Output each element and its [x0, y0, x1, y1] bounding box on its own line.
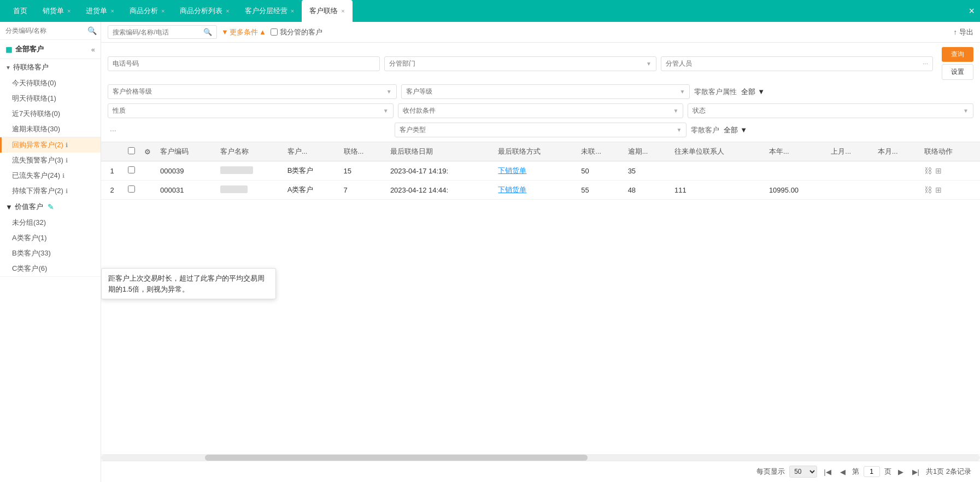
col-header-this-year: 本年...: [765, 142, 826, 161]
per-page-label: 每页显示: [756, 467, 785, 477]
action-link-icon-2[interactable]: ⛓: [924, 185, 932, 194]
row-check-2[interactable]: [123, 181, 139, 200]
price-level-filter[interactable]: 客户价格等级 ▼: [108, 84, 397, 99]
setting-button[interactable]: 设置: [942, 64, 973, 80]
overdue-2: 48: [624, 181, 670, 200]
sidebar-item-ungrouped[interactable]: 未分组(32): [0, 215, 101, 230]
sidebar-item-tomorrow[interactable]: 明天待联络(1): [0, 91, 101, 106]
sidebar-search-input[interactable]: [5, 27, 87, 34]
sidebar-item-declining[interactable]: 持续下滑客户(2) ℹ: [0, 183, 101, 199]
sidebar-item-class-a[interactable]: A类客户(1): [0, 230, 101, 246]
my-customer-checkbox[interactable]: [271, 28, 278, 36]
info-icon-declining: ℹ: [66, 188, 68, 195]
sidebar-item-repurchase-abnormal[interactable]: 回购异常客户(2) ℹ: [0, 137, 101, 153]
sidebar-search-box[interactable]: 🔍: [0, 22, 101, 40]
sidebar-item-churned[interactable]: 已流失客户(24) ℹ: [0, 168, 101, 183]
sidebar-pending-title[interactable]: ▼ 待联络客户: [0, 59, 101, 76]
contact-method-link-2[interactable]: 下销货单: [498, 185, 526, 194]
query-button[interactable]: 查询: [942, 47, 973, 62]
customer-type-1: B类客户: [283, 161, 339, 181]
nav-product-analysis-list[interactable]: 商品分析列表 ×: [172, 0, 237, 22]
prev-page-button[interactable]: ◀: [838, 468, 848, 476]
close-customer-contact-icon[interactable]: ×: [341, 8, 344, 14]
nav-purchase-order[interactable]: 进货单 ×: [78, 0, 121, 22]
col-header-check: [123, 142, 139, 161]
select-all-checkbox[interactable]: [128, 147, 135, 154]
nav-product-analysis[interactable]: 商品分析 ×: [122, 0, 172, 22]
sidebar-value-title[interactable]: ▼ 价值客户 ✎: [0, 199, 101, 215]
payment-dropdown-icon: ▼: [673, 108, 678, 114]
close-product-analysis-icon[interactable]: ×: [161, 8, 165, 14]
sidebar: 🔍 ▦ 全部客户 « ▼ 待联络客户 今天待联络(0) 明天待联络(1) 近7天…: [0, 22, 101, 482]
page-number-input[interactable]: [864, 466, 880, 477]
retail-attribute-filter: 零散客户属性 全部 ▼: [694, 87, 973, 97]
more-dots-button[interactable]: ···: [110, 126, 116, 135]
per-page-select[interactable]: 50 100 200: [789, 466, 817, 478]
overdue-1: 35: [624, 161, 670, 181]
window-close-button[interactable]: ×: [969, 5, 975, 17]
row-check-1[interactable]: [123, 161, 139, 181]
action-grid-icon-1[interactable]: ⊞: [935, 166, 942, 175]
person-more-icon: ···: [923, 60, 928, 67]
retail-customer-dropdown-icon: ▼: [740, 126, 747, 134]
page-label: 第: [852, 467, 859, 477]
this-month-2: [873, 181, 920, 200]
payment-filter[interactable]: 收付款条件 ▼: [398, 103, 684, 118]
customer-name-1: [216, 161, 283, 181]
filter-bar: 🔍 ▼ 更多条件 ▲ 我分管的客户 ↑ 导出: [101, 22, 980, 43]
sidebar-item-7days[interactable]: 近7天待联络(0): [0, 106, 101, 121]
close-customer-segmentation-icon[interactable]: ×: [291, 8, 294, 14]
nature-filter[interactable]: 性质 ▼: [108, 103, 394, 118]
uncontacted-2: 55: [577, 181, 623, 200]
row-checkbox-1[interactable]: [128, 166, 135, 173]
scroll-track: [101, 455, 980, 461]
edit-value-icon[interactable]: ✎: [48, 202, 54, 211]
nav-home[interactable]: 首页: [5, 0, 35, 22]
row-checkbox-2[interactable]: [128, 185, 135, 193]
first-page-button[interactable]: |◀: [821, 468, 833, 476]
main-search-input[interactable]: [113, 28, 203, 36]
top-navigation: 首页 销货单 × 进货单 × 商品分析 × 商品分析列表 × 客户分层经营 × …: [0, 0, 980, 22]
horizontal-scrollbar[interactable]: [101, 454, 980, 461]
customer-level-dropdown-icon: ▼: [679, 89, 685, 95]
status-filter[interactable]: 状态 ▼: [688, 103, 973, 118]
row-settings-2: [139, 181, 156, 200]
phone-filter[interactable]: 电话号码: [108, 56, 380, 71]
sidebar-pending-section: ▼ 待联络客户 今天待联络(0) 明天待联络(1) 近7天待联络(0) 逾期未联…: [0, 59, 101, 137]
close-purchase-order-icon[interactable]: ×: [110, 8, 114, 14]
sidebar-item-class-b[interactable]: B类客户(33): [0, 246, 101, 261]
filter-icon: ▼: [221, 28, 228, 36]
next-page-button[interactable]: ▶: [896, 468, 906, 476]
customer-name-blur-2: [220, 185, 248, 193]
col-header-action: 联络动作: [920, 142, 980, 161]
advanced-filter: 电话号码 分管部门 ▼ 分管人员 ··· 查询 设置: [101, 43, 980, 142]
action-grid-icon-2[interactable]: ⊞: [935, 185, 942, 194]
export-icon: ↑: [954, 28, 958, 36]
sidebar-item-class-c[interactable]: C类客户(6): [0, 261, 101, 276]
sidebar-collapse-button[interactable]: «: [91, 45, 95, 54]
this-year-2: 10995.00: [765, 181, 826, 200]
sidebar-item-churn-warning[interactable]: 流失预警客户(3) ℹ: [0, 153, 101, 168]
scroll-thumb[interactable]: [205, 455, 588, 461]
person-filter[interactable]: 分管人员 ···: [661, 56, 933, 71]
main-search-box[interactable]: 🔍: [108, 25, 217, 39]
info-icon-churn-warning: ℹ: [66, 157, 68, 164]
nav-customer-contact[interactable]: 客户联络 ×: [302, 0, 352, 22]
close-sales-order-icon[interactable]: ×: [67, 8, 71, 14]
contact-method-link-1[interactable]: 下销货单: [498, 166, 526, 175]
close-product-analysis-list-icon[interactable]: ×: [226, 8, 229, 14]
this-year-1: [765, 161, 826, 181]
action-2: ⛓ ⊞: [920, 181, 980, 200]
nav-customer-segmentation[interactable]: 客户分层经营 ×: [237, 0, 302, 22]
sidebar-item-overdue[interactable]: 逾期未联络(30): [0, 121, 101, 137]
customer-type-filter[interactable]: 客户类型 ▼: [395, 123, 687, 137]
col-settings-icon[interactable]: ⚙: [144, 148, 151, 156]
action-link-icon-1[interactable]: ⛓: [924, 166, 932, 175]
customer-level-filter[interactable]: 客户等级 ▼: [401, 84, 690, 99]
more-conditions-button[interactable]: ▼ 更多条件 ▲: [221, 27, 266, 37]
export-button[interactable]: ↑ 导出: [954, 27, 974, 37]
dept-filter[interactable]: 分管部门 ▼: [384, 56, 656, 71]
last-page-button[interactable]: ▶|: [910, 468, 922, 476]
nav-sales-order[interactable]: 销货单 ×: [35, 0, 78, 22]
sidebar-item-today[interactable]: 今天待联络(0): [0, 76, 101, 91]
